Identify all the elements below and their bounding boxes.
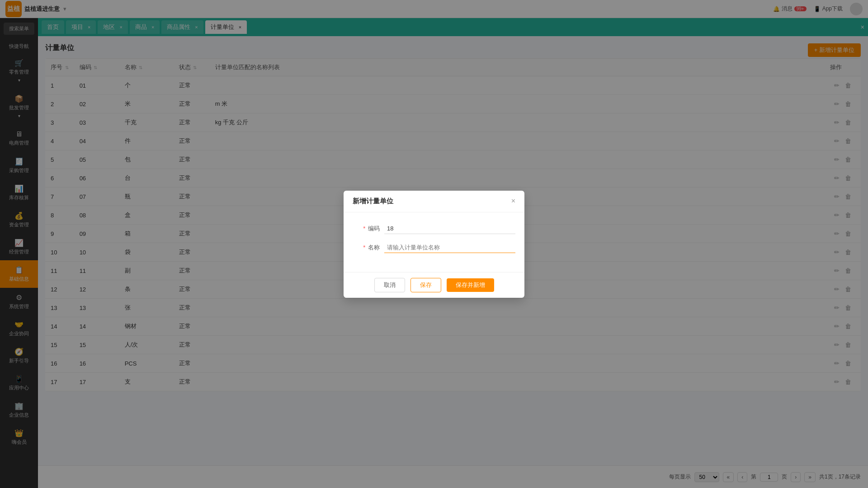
modal-overlay: 新增计量单位 × * 编码 * 名称 取消 保存 保存并新增	[0, 0, 868, 488]
save-button[interactable]: 保存	[410, 278, 441, 292]
add-unit-modal: 新增计量单位 × * 编码 * 名称 取消 保存 保存并新增	[344, 191, 524, 298]
form-label-code: * 编码	[353, 225, 380, 233]
save-and-new-button[interactable]: 保存并新增	[447, 278, 494, 292]
code-input[interactable]	[384, 223, 515, 234]
modal-body: * 编码 * 名称	[344, 212, 524, 272]
modal-title: 新增计量单位	[353, 197, 393, 206]
form-label-name: * 名称	[353, 244, 380, 252]
modal-close-btn[interactable]: ×	[511, 197, 515, 205]
form-row-code: * 编码	[353, 223, 515, 234]
modal-header: 新增计量单位 ×	[344, 191, 524, 212]
required-star-name: *	[363, 244, 365, 251]
required-star-code: *	[363, 225, 365, 232]
cancel-button[interactable]: 取消	[374, 278, 405, 292]
name-input[interactable]	[384, 242, 515, 253]
modal-footer: 取消 保存 保存并新增	[344, 272, 524, 298]
form-row-name: * 名称	[353, 242, 515, 253]
